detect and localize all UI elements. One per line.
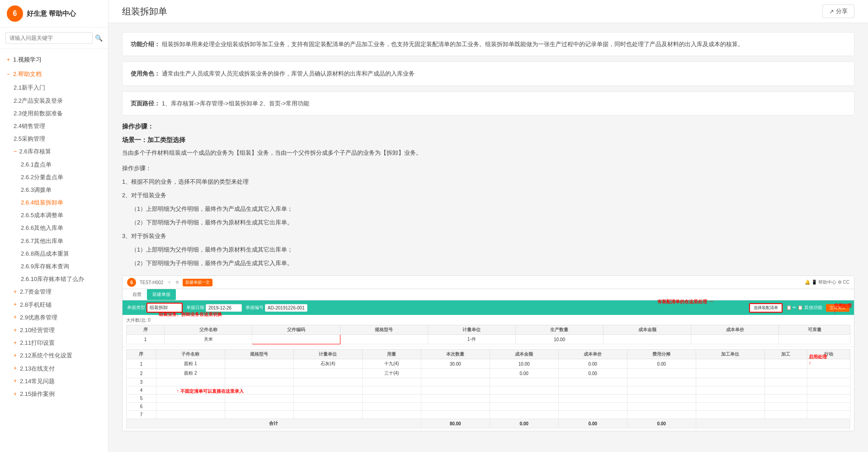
sim-tabs: 自营 新建单据	[123, 289, 854, 300]
plus-icon-2-12: +	[14, 352, 17, 360]
sim-lower-th-unit: 计量单位	[293, 350, 362, 359]
sidebar-item-2-9[interactable]: + 2.9优惠券管理	[14, 311, 108, 324]
content-area: 功能介绍： 组装拆卸单用来处理企业组装或拆卸等加工业务，支持有固定装配清单的产品…	[108, 23, 868, 452]
sidebar-item-2-14-label: 2.14常见问题	[20, 377, 55, 385]
sim-upper-area: 大件数/总: 0 组装业务、拆卸业务在这里切换 序 父件名称 父件编码 规格型	[123, 315, 854, 347]
path-label: 页面路径：	[131, 100, 160, 107]
step2-1: （1）上部明细为父件明细，最终作为产成品生成其它入库单；	[122, 203, 854, 215]
sim-date-field: 单据日期 2019-12-26	[186, 304, 242, 312]
search-icon[interactable]: 🔍	[95, 34, 103, 42]
sim-tab-new[interactable]: 新建单据	[147, 289, 176, 300]
sidebar-item-2-10[interactable]: + 2.10经营管理	[14, 324, 108, 337]
sim-upper-th-spec: 规格型号	[340, 325, 428, 335]
sim-apply-btn[interactable]: 立即完工	[826, 304, 849, 312]
sidebar-item-2-6-8[interactable]: 2.6.8商品成本重算	[21, 247, 108, 260]
sidebar-sub-2: 2.1新手入门 2.2产品安装及登录 2.3使用前数据准备 2.4销售管理 2.…	[0, 81, 108, 400]
plus-icon-2-14: +	[14, 377, 17, 385]
plus-icon-2-7: +	[14, 288, 17, 296]
sidebar-item-1-label: 1.视频学习	[13, 56, 42, 64]
sidebar-item-2-6-8-label: 2.6.8商品成本重算	[21, 250, 69, 258]
table-row: 7	[127, 411, 850, 419]
step2: 2、对于组装业务	[122, 190, 854, 201]
sidebar-item-2-11-label: 2.11打印设置	[20, 339, 55, 347]
topbar: 组装拆卸单 ↗ 分享	[108, 0, 868, 23]
annotation-enable: 启用处理 ↑	[809, 354, 827, 366]
sidebar-item-2-5-label: 2.5采购管理	[14, 135, 45, 143]
sidebar-item-2-6-9[interactable]: 2.6.9库存账本查询	[21, 260, 108, 273]
path-text: 1、库存核算->库存管理->组装拆卸单 2、首页->常用功能	[162, 100, 310, 107]
sidebar-item-2-4[interactable]: 2.4销售管理	[14, 120, 108, 133]
sidebar-item-2-5[interactable]: 2.5采购管理	[14, 133, 108, 145]
sidebar-item-2-label: 2.帮助文档	[13, 70, 42, 78]
sidebar-item-2-1-label: 2.1新手入门	[14, 84, 45, 92]
sim-tab-self[interactable]: 自营	[127, 289, 147, 300]
sidebar: 6 好生意 帮助中心 🔍 + 1.视频学习 − 2.帮助文档 2.1新手入门 2…	[0, 0, 108, 452]
screenshot-container: 6 TEST-H002 ▼ ⚙ 新建单据一文 🔔 📱 帮助中心 ⚙ CC 自营 …	[122, 276, 854, 431]
sim-upper-th-name: 父件名称	[165, 325, 252, 335]
sidebar-item-2-7-label: 2.7资金管理	[20, 288, 52, 296]
sidebar-item-2-6[interactable]: − 2.6库存核算	[14, 145, 108, 158]
sidebar-item-2-11[interactable]: + 2.11打印设置	[14, 337, 108, 349]
plus-icon-2-13: +	[14, 365, 17, 372]
sidebar-item-2-8-label: 2.8手机旺铺	[20, 301, 52, 309]
logo-icon: 6	[7, 5, 23, 22]
sim-lower-th-price: 成本单价	[558, 350, 627, 359]
sidebar-item-2-6-label: 2.6库存核算	[19, 147, 51, 156]
annotation-switch: 组装业务、拆卸业务在这里切换	[159, 311, 222, 318]
search-input[interactable]	[5, 32, 93, 44]
sim-upper-table: 序 父件名称 父件编码 规格型号 计量单位 生产数量 成本金额 成本单价 可库量	[126, 325, 850, 344]
plus-icon-2-8: +	[14, 301, 17, 309]
sidebar-item-2-6-6[interactable]: 2.6.6其他入库单	[21, 222, 108, 234]
sidebar-item-2-8[interactable]: + 2.8手机旺铺	[14, 299, 108, 311]
sidebar-item-2-14[interactable]: + 2.14常见问题	[14, 375, 108, 388]
search-bar[interactable]: 🔍	[0, 28, 108, 49]
steps-label: 操作步骤：	[122, 162, 854, 174]
sim-upper-th-amount: 成本金额	[604, 325, 691, 335]
sidebar-item-2-13[interactable]: + 2.13在线支付	[14, 362, 108, 375]
sidebar-item-2-1[interactable]: 2.1新手入门	[14, 81, 108, 94]
sim-lower-th-spec: 规格型号	[225, 350, 293, 359]
sim-no-input[interactable]: AD-20191226-001	[265, 304, 307, 312]
sidebar-item-2-2[interactable]: 2.2产品安装及登录	[14, 95, 108, 107]
sidebar-item-2-13-label: 2.13在线支付	[20, 365, 55, 373]
sim-upper-th-unit: 计量单位	[428, 325, 515, 335]
sidebar-item-1[interactable]: + 1.视频学习	[0, 52, 108, 67]
sidebar-item-2[interactable]: − 2.帮助文档	[0, 67, 108, 81]
sim-cell-spec	[340, 335, 428, 344]
table-row: 3	[127, 378, 850, 386]
sidebar-item-2-6-10[interactable]: 2.6.10库存账本错了么办	[21, 273, 108, 285]
sidebar-item-2-6-1-label: 2.6.1盘点单	[21, 161, 52, 169]
sidebar-item-2-6-1[interactable]: 2.6.1盘点单	[21, 158, 108, 171]
sim-date-input[interactable]: 2019-12-26	[206, 304, 242, 312]
sim-logo-icon: 6	[127, 278, 136, 287]
share-button[interactable]: ↗ 分享	[822, 5, 854, 18]
sidebar-item-2-6-10-label: 2.6.10库存账本错了么办	[21, 275, 84, 283]
sim-lower-th-qty: 本次数量	[421, 350, 490, 359]
sidebar-item-2-6-2-label: 2.6.2分量盘点单	[21, 173, 63, 181]
sim-lower-th-name: 子件名称	[156, 350, 225, 359]
sim-company: TEST-H002	[140, 280, 163, 285]
sidebar-item-2-6-7-label: 2.6.7其他出库单	[21, 237, 63, 245]
sidebar-item-2-6-5[interactable]: 2.6.5成本调整单	[21, 209, 108, 222]
sidebar-item-2-6-3[interactable]: 2.6.3调拨单	[21, 184, 108, 196]
role-label: 使用角色：	[131, 70, 160, 77]
sim-lower-th-amt: 成本金额	[490, 350, 558, 359]
sim-upper-th-qty: 生产数量	[515, 325, 603, 335]
plus-icon-2-9: +	[14, 314, 17, 321]
sidebar-item-2-6-4[interactable]: 2.6.4组装拆卸单	[21, 196, 108, 209]
step1: 1、根据不同的业务，选择不同单据的类型来处理	[122, 176, 854, 188]
sidebar-item-2-6-2[interactable]: 2.6.2分量盘点单	[21, 171, 108, 184]
sidebar-item-2-3[interactable]: 2.3使用前数据准备	[14, 107, 108, 120]
sim-upper-th-stock: 可库量	[779, 325, 850, 335]
sim-cell-price	[691, 335, 779, 344]
sidebar-item-2-15[interactable]: + 2.15操作案例	[14, 388, 108, 400]
sim-lower-th-process: 加工	[764, 350, 807, 359]
sim-new-btn[interactable]: 新建单据一文	[183, 279, 212, 286]
sidebar-item-2-6-7[interactable]: 2.6.7其他出库单	[21, 235, 108, 247]
sidebar-item-2-12[interactable]: + 2.12系统个性化设置	[14, 349, 108, 362]
sim-cell-stock	[779, 335, 850, 344]
sim-select-btn[interactable]: 选择装配清单	[749, 303, 783, 313]
sidebar-item-2-3-label: 2.3使用前数据准备	[14, 109, 63, 118]
sidebar-item-2-7[interactable]: + 2.7资金管理	[14, 285, 108, 298]
sim-upper-label: 大件数/总: 0	[126, 317, 850, 324]
